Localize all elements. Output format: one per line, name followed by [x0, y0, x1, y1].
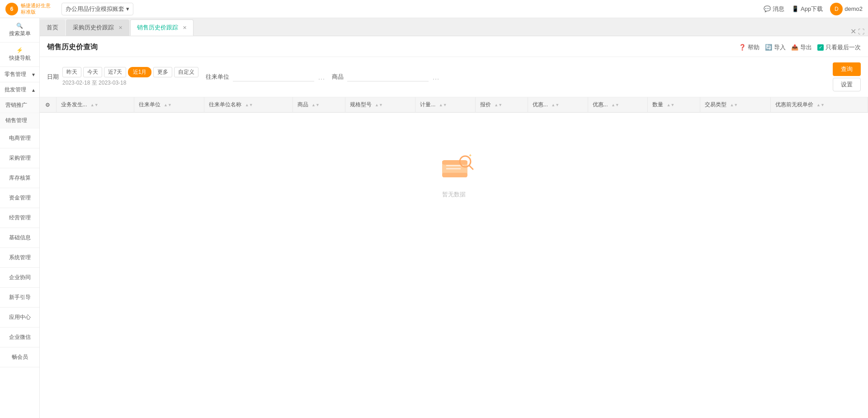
th-partner-name[interactable]: 往来单位名称 ▲▼	[204, 97, 292, 113]
download-icon: 📱	[792, 5, 799, 12]
date-btn-custom[interactable]: 自定义	[174, 67, 198, 77]
help-button[interactable]: ❓ 帮助	[739, 43, 760, 52]
th-quantity[interactable]: 数量 ▲▼	[648, 97, 700, 113]
account-selector[interactable]: 办公用品行业模拟账套 ▾	[61, 3, 133, 15]
sidebar-item-new-guide[interactable]: 新手引导	[0, 288, 39, 308]
sort-icon-trade-type: ▲▼	[730, 103, 738, 107]
date-btn-1month[interactable]: 近1月	[128, 67, 152, 77]
sidebar-item-system[interactable]: 系统管理	[0, 248, 39, 268]
logo-icon: 6	[5, 3, 18, 15]
help-icon: ❓	[739, 44, 746, 51]
th-unit[interactable]: 计量... ▲▼	[415, 97, 476, 113]
table-wrapper: ⚙ 业务发生... ▲▼ 往来单位 ▲▼ 往来单位名称	[40, 97, 868, 235]
last-only-checkbox[interactable]: ✓ 只看最后一次	[817, 43, 861, 52]
query-button[interactable]: 查询	[833, 62, 861, 76]
sidebar-item-retail[interactable]: 零售管理 ▾	[0, 67, 39, 82]
logo-text: 畅捷通好生意 标准版	[21, 3, 51, 14]
th-biz-date[interactable]: 业务发生... ▲▼	[56, 97, 134, 113]
page-actions: ❓ 帮助 🔄 导入 📤 导出 ✓ 只看最后一次	[739, 43, 861, 52]
partner-filter-group: 往来单位 ...	[206, 72, 325, 82]
date-label: 日期	[47, 73, 59, 81]
partner-input[interactable]	[233, 72, 314, 81]
sort-icon-spec: ▲▼	[375, 103, 383, 107]
export-button[interactable]: 📤 导出	[791, 43, 812, 52]
sort-icon-quantity: ▲▼	[666, 103, 675, 107]
content-area: 首页 采购历史价跟踪 ✕ 销售历史价跟踪 ✕ ✕ ⛶ 销售历史价查询	[40, 18, 868, 418]
filter-area: 日期 昨天 今天 近7天 近1月 更多 自定义 2023-02-18 至 202…	[40, 57, 868, 97]
filter-buttons: 查询 设置	[833, 62, 861, 91]
message-button[interactable]: 💬 消息	[764, 5, 784, 13]
goods-input[interactable]	[347, 72, 429, 81]
import-icon: 🔄	[765, 44, 772, 51]
date-btn-more[interactable]: 更多	[153, 67, 172, 77]
top-bar-left: 6 畅捷通好生意 标准版 办公用品行业模拟账套 ▾	[5, 3, 133, 15]
user-menu[interactable]: D demo2	[830, 3, 863, 15]
tab-bar: 首页 采购历史价跟踪 ✕ 销售历史价跟踪 ✕ ✕ ⛶	[40, 18, 868, 36]
sort-icon-goods: ▲▼	[311, 103, 320, 107]
checkbox-checked-icon: ✓	[817, 44, 824, 51]
table-header-row: ⚙ 业务发生... ▲▼ 往来单位 ▲▼ 往来单位名称	[40, 97, 868, 113]
partner-picker-icon[interactable]: ...	[318, 72, 325, 82]
sidebar-item-operations[interactable]: 经营管理	[0, 208, 39, 228]
import-button[interactable]: 🔄 导入	[765, 43, 786, 52]
message-icon: 💬	[764, 5, 771, 12]
th-trade-type[interactable]: 交易类型 ▲▼	[700, 97, 771, 113]
tab-minimize-icon[interactable]: ✕	[850, 27, 856, 36]
goods-filter-group: 商品 ...	[332, 72, 439, 82]
th-discount1[interactable]: 优惠... ▲▼	[528, 97, 588, 113]
th-goods[interactable]: 商品 ▲▼	[292, 97, 345, 113]
sidebar-item-marketing[interactable]: 营销推广	[0, 98, 39, 113]
tab-sales[interactable]: 销售历史价跟踪 ✕	[130, 19, 193, 36]
sidebar-item-finance[interactable]: 资金管理	[0, 188, 39, 208]
sort-icon-biz-date: ▲▼	[90, 103, 99, 107]
sort-icon-pre-tax-price: ▲▼	[816, 103, 825, 107]
tab-sales-close[interactable]: ✕	[183, 25, 187, 31]
th-settings[interactable]: ⚙	[40, 97, 56, 113]
sidebar: 🔍 搜索菜单 ⚡ 快捷导航 零售管理 ▾ 批发管理 ▴ 营销推广 销售管理 电商…	[0, 18, 40, 418]
sidebar-item-sales-mgmt[interactable]: 销售管理	[0, 113, 39, 128]
page-content: 销售历史价查询 ❓ 帮助 🔄 导入 📤 导出 ✓	[40, 36, 868, 418]
setting-button[interactable]: 设置	[833, 78, 861, 91]
tab-purchase[interactable]: 采购历史价跟踪 ✕	[66, 19, 129, 36]
sidebar-item-quick-nav[interactable]: ⚡ 快捷导航	[0, 43, 39, 67]
sidebar-item-ecommerce[interactable]: 电商管理	[0, 128, 39, 148]
date-range-display: 2023-02-18 至 2023-03-18	[62, 79, 198, 87]
sidebar-item-wholesale[interactable]: 批发管理 ▴	[0, 82, 39, 98]
th-pre-tax-price[interactable]: 优惠前无税单价 ▲▼	[770, 97, 868, 113]
sidebar-item-members[interactable]: 畅会员	[0, 347, 39, 367]
sidebar-item-corp-collab[interactable]: 企业协同	[0, 268, 39, 288]
th-price[interactable]: 报价 ▲▼	[475, 97, 528, 113]
chevron-down-icon: ▾	[32, 71, 35, 78]
date-btn-7days[interactable]: 近7天	[104, 67, 126, 77]
top-bar: 6 畅捷通好生意 标准版 办公用品行业模拟账套 ▾ 💬 消息 📱 App下载 D…	[0, 0, 868, 18]
goods-picker-icon[interactable]: ...	[432, 72, 439, 82]
sort-icon-price: ▲▼	[494, 103, 502, 107]
sidebar-item-search[interactable]: 🔍 搜索菜单	[0, 18, 39, 43]
sidebar-item-app-center[interactable]: 应用中心	[0, 308, 39, 328]
sort-icon-discount1: ▲▼	[551, 103, 559, 107]
sidebar-item-basic[interactable]: 基础信息	[0, 228, 39, 248]
th-discount2[interactable]: 优惠... ▲▼	[588, 97, 648, 113]
app-download-button[interactable]: 📱 App下载	[792, 5, 823, 13]
main-layout: 🔍 搜索菜单 ⚡ 快捷导航 零售管理 ▾ 批发管理 ▴ 营销推广 销售管理 电商…	[0, 18, 868, 418]
svg-text:✦: ✦	[468, 153, 472, 158]
tab-home[interactable]: 首页	[40, 19, 65, 36]
page-header: 销售历史价查询 ❓ 帮助 🔄 导入 📤 导出 ✓	[40, 36, 868, 57]
tab-maximize-icon[interactable]: ⛶	[858, 28, 864, 35]
page-title: 销售历史价查询	[47, 43, 98, 52]
date-btn-yesterday[interactable]: 昨天	[62, 67, 81, 77]
export-icon: 📤	[791, 44, 798, 51]
goods-label: 商品	[332, 73, 344, 81]
sidebar-item-inventory[interactable]: 库存核算	[0, 168, 39, 188]
th-partner-code[interactable]: 往来单位 ▲▼	[134, 97, 204, 113]
quick-nav-icon: ⚡	[16, 47, 23, 53]
date-btn-today[interactable]: 今天	[83, 67, 102, 77]
svg-rect-3	[442, 173, 467, 177]
sort-icon-partner-code: ▲▼	[164, 103, 172, 107]
tab-purchase-close[interactable]: ✕	[118, 25, 123, 31]
search-icon: 🔍	[16, 23, 23, 29]
sidebar-item-corp-wechat[interactable]: 企业微信	[0, 328, 39, 347]
date-filter-group: 日期 昨天 今天 近7天 近1月 更多 自定义 2023-02-18 至 202…	[47, 67, 198, 87]
th-spec[interactable]: 规格型号 ▲▼	[345, 97, 415, 113]
sidebar-item-purchase[interactable]: 采购管理	[0, 148, 39, 168]
